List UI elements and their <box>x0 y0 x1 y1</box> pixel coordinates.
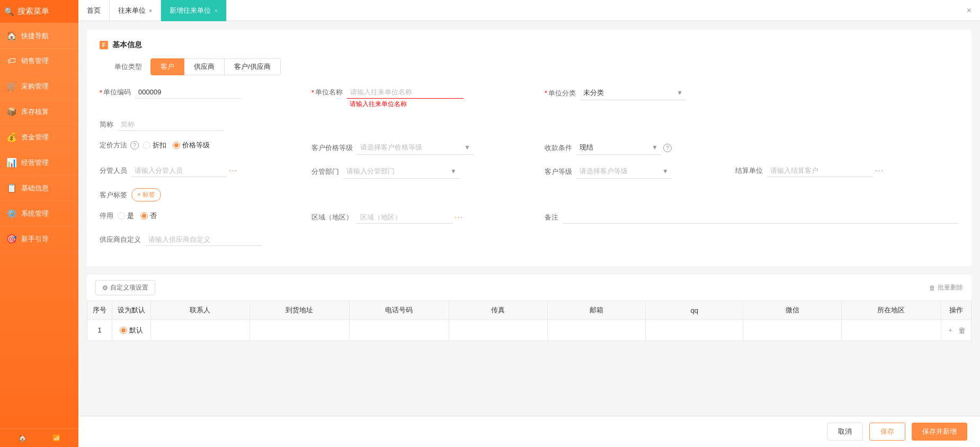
window-close-button[interactable]: × <box>967 6 980 15</box>
sales-icon: 🏷 <box>6 56 17 66</box>
cell-wechat[interactable] <box>743 320 842 341</box>
payment-help-icon[interactable]: ? <box>663 144 672 152</box>
radio-discount[interactable]: 折扣 <box>143 141 166 150</box>
tab-partners[interactable]: 往来单位 × <box>110 0 161 21</box>
fax-input[interactable] <box>455 324 542 336</box>
manager-input[interactable] <box>131 164 227 177</box>
tag-add-button[interactable]: + 标签 <box>131 188 161 201</box>
field-settlement-unit: 结算单位 ··· <box>735 164 959 177</box>
cell-actions: ＋ 🗑 <box>941 320 971 341</box>
sidebar-search[interactable]: 🔍 搜索菜单 <box>0 0 78 23</box>
remark-input[interactable] <box>563 211 959 224</box>
cell-qq[interactable] <box>646 320 743 341</box>
form-area: F 基本信息 单位类型 客户 供应商 客户/供应商 * 单位编码 <box>78 21 980 416</box>
unit-name-input[interactable] <box>347 86 464 99</box>
custom-settings-bar: ⚙ 自定义项设置 🗑 批量删除 <box>87 275 972 301</box>
settlement-unit-input[interactable] <box>767 164 873 177</box>
sidebar-item-inventory[interactable]: 📦 库存核算 <box>0 99 78 125</box>
pricing-help-icon[interactable]: ? <box>130 141 139 150</box>
sidebar-item-system[interactable]: ⚙️ 系统管理 <box>0 201 78 226</box>
row-pricing: 定价方法 ? 折扣 价格等级 客户 <box>100 141 959 155</box>
type-btn-supplier[interactable]: 供应商 <box>184 58 225 75</box>
cell-email[interactable] <box>547 320 646 341</box>
delete-row-button[interactable]: 🗑 <box>958 326 966 335</box>
tab-home[interactable]: 首页 <box>78 0 110 21</box>
radio-no[interactable]: 否 <box>140 211 157 221</box>
wechat-input[interactable] <box>749 324 836 336</box>
tab-new-partner-close[interactable]: × <box>214 7 217 14</box>
radio-yes[interactable]: 是 <box>118 211 134 221</box>
department-placeholder: 请输入分管部门 <box>346 166 395 176</box>
field-region: 区域（地区） ··· <box>311 211 523 224</box>
type-btn-both[interactable]: 客户/供应商 <box>225 58 281 75</box>
cell-phone[interactable] <box>349 320 449 341</box>
supplier-custom-input[interactable] <box>145 233 262 246</box>
sidebar-item-purchase[interactable]: 🛒 采购管理 <box>0 74 78 99</box>
cell-region[interactable] <box>841 320 941 341</box>
sidebar-item-sales[interactable]: 🏷 销售管理 <box>0 49 78 74</box>
field-unit-name: * 单位名称 请输入往来单位名称 <box>311 86 523 109</box>
customer-price-select[interactable]: 请选择客户价格等级 ▼ <box>357 141 474 155</box>
unit-code-label: * 单位编码 <box>100 87 131 97</box>
sidebar-item-nav[interactable]: 🏠 快捷导航 <box>0 23 78 49</box>
cell-contact[interactable] <box>151 320 250 341</box>
batch-delete-button[interactable]: 🗑 批量删除 <box>929 283 963 292</box>
purchase-icon: 🛒 <box>6 81 17 91</box>
search-icon: 🔍 <box>4 7 14 16</box>
custom-settings-button[interactable]: ⚙ 自定义项设置 <box>95 280 155 295</box>
unit-code-star: * <box>100 89 102 97</box>
settlement-dots[interactable]: ··· <box>873 166 886 176</box>
col-region: 所在地区 <box>841 301 941 320</box>
sidebar-item-guide[interactable]: 🎯 新手引导 <box>0 226 78 252</box>
qq-input[interactable] <box>651 324 737 336</box>
contact-table: 序号 设为默认 联系人 到货地址 电话号码 传真 邮箱 qq 微信 所在地区 操… <box>87 301 972 341</box>
phone-input[interactable] <box>355 324 443 336</box>
finance-icon: 💰 <box>6 132 17 142</box>
cancel-button[interactable]: 取消 <box>827 423 863 441</box>
department-select[interactable]: 请输入分管部门 ▼ <box>343 164 460 179</box>
sidebar-bottom-icon2[interactable]: 📶 <box>52 434 60 442</box>
customer-level-select[interactable]: 请选择客户等级 ▼ <box>576 164 672 179</box>
settlement-unit-label: 结算单位 <box>735 166 763 176</box>
col-default: 设为默认 <box>112 301 151 320</box>
unit-category-label: * 单位分类 <box>545 89 576 98</box>
cell-default[interactable]: 默认 <box>112 320 151 341</box>
row-actions: ＋ 🗑 <box>947 326 966 335</box>
address-input[interactable] <box>255 324 344 336</box>
remark-label: 备注 <box>545 213 558 222</box>
col-fax: 传真 <box>449 301 548 320</box>
tab-new-partner[interactable]: 新增往来单位 × <box>161 0 226 21</box>
tab-partners-close[interactable]: × <box>149 7 152 14</box>
type-btn-customer[interactable]: 客户 <box>150 58 184 75</box>
radio-price-level[interactable]: 价格等级 <box>173 141 210 150</box>
col-wechat: 微信 <box>743 301 842 320</box>
manager-label: 分管人员 <box>100 166 127 176</box>
unit-category-value: 未分类 <box>583 88 604 98</box>
cell-fax[interactable] <box>449 320 548 341</box>
unit-code-input[interactable] <box>135 86 241 99</box>
email-input[interactable] <box>553 324 640 336</box>
save-button[interactable]: 保存 <box>869 423 905 441</box>
manager-dots[interactable]: ··· <box>227 166 239 176</box>
unit-category-select[interactable]: 未分类 ▼ <box>580 86 686 100</box>
region-input[interactable] <box>357 211 452 224</box>
short-name-input[interactable] <box>118 118 224 131</box>
system-icon: ⚙️ <box>6 208 17 218</box>
contact-input[interactable] <box>156 324 244 336</box>
unit-category-chevron: ▼ <box>676 89 683 97</box>
region-dots[interactable]: ··· <box>452 213 465 222</box>
sidebar-item-basic[interactable]: 📋 基础信息 <box>0 176 78 201</box>
row-region-input[interactable] <box>847 324 936 336</box>
sidebar-bottom-icon1[interactable]: 🏠 <box>19 434 26 442</box>
unit-name-label: * 单位名称 <box>311 87 343 97</box>
save-new-button[interactable]: 保存并新增 <box>912 423 967 441</box>
cell-address[interactable] <box>250 320 349 341</box>
add-row-button[interactable]: ＋ <box>947 326 954 335</box>
default-radio[interactable]: 默认 <box>118 326 145 335</box>
sidebar-search-label: 搜索菜单 <box>17 6 49 16</box>
payment-condition-select[interactable]: 现结 ▼ <box>576 141 661 155</box>
sidebar-item-operations[interactable]: 📊 经营管理 <box>0 150 78 176</box>
sidebar-item-finance[interactable]: 💰 资金管理 <box>0 125 78 150</box>
bottom-bar: 取消 保存 保存并新增 <box>78 416 980 447</box>
disable-radio-group: 是 否 <box>118 211 157 221</box>
